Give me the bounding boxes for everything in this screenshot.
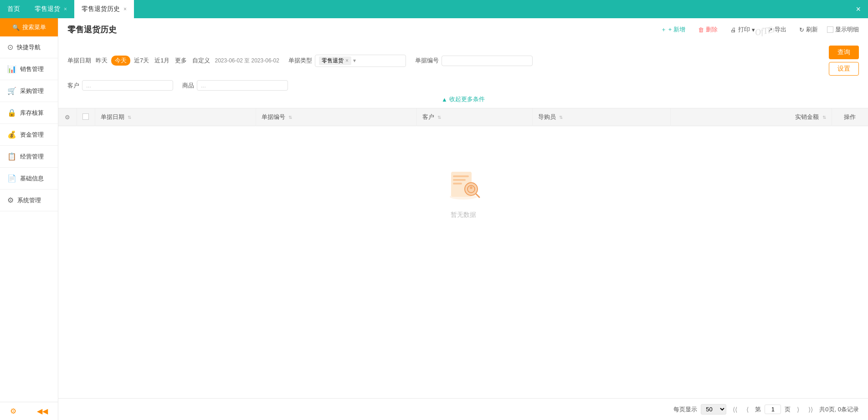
th-actions: 操作 (832, 108, 868, 126)
product-select[interactable]: ... (197, 80, 288, 91)
query-buttons: 查询 设置 (829, 46, 859, 76)
print-icon: 🖨 (730, 26, 736, 33)
sidebar-item-system-mgmt[interactable]: ⚙ 系统管理 (0, 190, 58, 211)
th-guide-label: 导购员 (538, 113, 556, 120)
doc-type-label: 单据类型 (288, 56, 312, 65)
inventory-icon: 🔒 (7, 108, 16, 117)
th-customer: 客户 ⇅ (416, 108, 532, 126)
refresh-button[interactable]: ↻ 刷新 (796, 24, 822, 36)
query-button[interactable]: 查询 (829, 46, 859, 59)
date-shortcut-today[interactable]: 今天 (111, 56, 130, 66)
date-shortcut-7days[interactable]: 近7天 (132, 56, 151, 66)
doc-type-chevron-icon: ▾ (353, 57, 356, 64)
product-filter: 商品 ... (182, 80, 288, 91)
table-select-all-checkbox[interactable] (82, 113, 89, 120)
date-shortcut-custom[interactable]: 自定义 (190, 56, 212, 66)
sidebar-item-operation-label: 经营管理 (20, 153, 44, 161)
finance-icon: 💰 (7, 130, 16, 139)
date-shortcuts: 昨天 今天 近7天 近1月 更多 自定义 (94, 56, 212, 66)
delete-button[interactable]: 🗑 删除 (694, 24, 721, 36)
export-button[interactable]: ↗ 导出 (764, 24, 790, 36)
th-checkbox (77, 108, 95, 126)
customer-select[interactable]: ... (82, 80, 173, 91)
product-label: 商品 (182, 82, 194, 90)
sidebar-item-purchase-mgmt[interactable]: 🛒 采购管理 (0, 80, 58, 102)
sidebar-item-sales-mgmt[interactable]: 📊 销售管理 (0, 58, 58, 80)
sidebar-item-inventory[interactable]: 🔒 库存核算 (0, 102, 58, 124)
page-nav-next-icon[interactable]: ⟩ (794, 405, 802, 414)
print-button[interactable]: 🖨 打印 ▾ (727, 24, 759, 36)
sidebar-item-basic-info-label: 基础信息 (20, 174, 44, 183)
th-customer-sort-icon[interactable]: ⇅ (437, 115, 441, 120)
tab-retail-return-close[interactable]: × (64, 6, 67, 12)
th-number-sort-icon[interactable]: ⇅ (288, 115, 292, 120)
th-amount-sort-icon[interactable]: ⇅ (822, 115, 826, 120)
th-guide-sort-icon[interactable]: ⇅ (559, 115, 563, 120)
tab-retail-return-history[interactable]: 零售退货历史 × (74, 0, 134, 18)
show-detail-toggle[interactable]: 显示明细 (827, 26, 859, 34)
date-shortcut-yesterday[interactable]: 昨天 (94, 56, 109, 66)
th-settings: ⚙ (58, 108, 77, 126)
page-unit-label: 页 (785, 405, 791, 414)
date-shortcut-more[interactable]: 更多 (173, 56, 189, 66)
sidebar-search-button[interactable]: 🔍 搜索菜单 (0, 18, 58, 36)
page-label: 第 (755, 405, 761, 414)
sidebar-item-quick-nav[interactable]: ⊙ 快捷导航 (0, 36, 58, 58)
th-amount-label: 实销金额 (795, 113, 819, 120)
doc-type-tag-close[interactable]: × (345, 57, 349, 64)
svg-rect-4 (453, 183, 462, 184)
date-shortcut-1month[interactable]: 近1月 (153, 56, 171, 66)
product-placeholder: ... (201, 82, 206, 89)
customer-label: 客户 (67, 82, 79, 90)
th-date-sort-icon[interactable]: ⇅ (128, 115, 131, 120)
new-button[interactable]: ＋ + 新增 (657, 24, 689, 36)
sidebar-item-finance-label: 资金管理 (20, 131, 44, 139)
refresh-icon: ↻ (799, 26, 804, 33)
customer-placeholder: ... (86, 82, 91, 89)
tab-retail-return-history-close[interactable]: × (123, 6, 127, 12)
setting-button[interactable]: 设置 (829, 62, 859, 76)
tab-home-label: 首页 (7, 5, 20, 13)
th-customer-label: 客户 (422, 113, 434, 120)
sidebar-settings-icon[interactable]: ⚙ (10, 407, 16, 415)
doc-type-select[interactable]: 零售退货 × ▾ (315, 55, 406, 67)
page-size-select[interactable]: 50 10 20 100 (701, 404, 726, 415)
topbar-tabs: 首页 零售退货 × 零售退货历史 × (0, 0, 848, 18)
doc-type-tag-text: 零售退货 (322, 57, 344, 65)
th-amount: 实销金额 ⇅ (671, 108, 832, 126)
collapse-label: 收起更多条件 (449, 95, 485, 103)
print-label: 打印 (738, 26, 750, 34)
doc-number-input[interactable] (442, 56, 533, 66)
page-number-input[interactable] (765, 405, 781, 414)
filter-area: 单据日期 昨天 今天 近7天 近1月 更多 自定义 2023-06-02 至 2… (67, 41, 859, 103)
sidebar-item-basic-info[interactable]: 📄 基础信息 (0, 168, 58, 190)
sidebar-item-finance[interactable]: 💰 资金管理 (0, 124, 58, 146)
topbar-close-button[interactable]: × (848, 5, 868, 14)
table-settings-gear-icon[interactable]: ⚙ (65, 114, 70, 121)
page-title: 零售退货历史 (67, 24, 117, 35)
delete-label: 删除 (706, 26, 718, 34)
collapse-button[interactable]: ▲ 收起更多条件 (442, 95, 485, 103)
sidebar-audio-icon[interactable]: ◀◀ (37, 407, 48, 415)
page-nav-prev-icon[interactable]: ⟨ (744, 405, 751, 414)
table-header-row: ⚙ 单据日期 ⇅ 单据编号 ⇅ (58, 108, 868, 126)
new-icon: ＋ (661, 26, 667, 34)
th-date: 单据日期 ⇅ (95, 108, 256, 126)
svg-point-8 (470, 186, 473, 189)
tab-home[interactable]: 首页 (0, 0, 27, 18)
print-chevron-icon: ▾ (752, 26, 755, 33)
doc-type-tag: 零售退货 × (319, 56, 351, 65)
show-detail-checkbox[interactable] (827, 26, 833, 33)
data-table: ⚙ 单据日期 ⇅ 单据编号 ⇅ (58, 108, 868, 126)
page-nav-last-icon[interactable]: ⟩⟩ (806, 405, 816, 414)
table-container: ⚙ 单据日期 ⇅ 单据编号 ⇅ (58, 108, 868, 398)
date-range-display: 2023-06-02 至 2023-06-02 (215, 57, 279, 65)
sidebar-item-operation[interactable]: 📋 经营管理 (0, 146, 58, 168)
page-size-label: 每页显示 (673, 405, 697, 414)
delete-icon: 🗑 (698, 26, 704, 33)
svg-rect-2 (453, 175, 469, 177)
page-nav-first-icon[interactable]: ⟨⟨ (730, 405, 740, 414)
sales-icon: 📊 (7, 65, 16, 73)
th-date-label: 单据日期 (101, 113, 124, 120)
tab-retail-return[interactable]: 零售退货 × (27, 0, 74, 18)
